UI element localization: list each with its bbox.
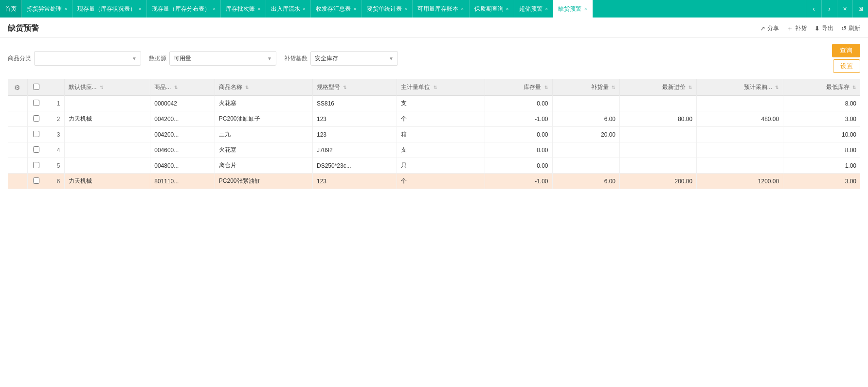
close-tab-order[interactable]: × bbox=[404, 6, 407, 12]
column-settings-icon[interactable]: ⚙ bbox=[14, 84, 20, 91]
col-product-name-header[interactable]: 商品名称 ⇅ bbox=[215, 79, 312, 96]
row-spec: 123 bbox=[312, 127, 397, 142]
row-checkbox[interactable] bbox=[33, 146, 39, 153]
nav-tab-summary[interactable]: 收发存汇总表 × bbox=[311, 0, 362, 18]
refresh-action[interactable]: ↺ 刷新 bbox=[841, 24, 860, 33]
supplier-sort-icon: ⇅ bbox=[100, 85, 104, 90]
table-row: 4 004600... 火花塞 J7092 支 0.00 8.00 bbox=[8, 142, 860, 158]
row-product-name: PC200油缸缸子 bbox=[215, 111, 312, 127]
data-table: ⚙ 默认供应... ⇅ 商品... ⇅ 商品名称 bbox=[8, 79, 860, 189]
row-supplier bbox=[64, 142, 150, 158]
page-content: 缺货预警 ↗ 分享 ＋ 补货 ⬇ 导出 ↺ 刷新 商品分类 bbox=[0, 18, 868, 387]
replenish-base-select[interactable]: 安全库存 ▼ bbox=[310, 51, 398, 66]
row-checkbox[interactable] bbox=[33, 162, 39, 168]
col-spec-header[interactable]: 规格型号 ⇅ bbox=[312, 79, 397, 96]
nav-tab-stock1[interactable]: 现存量（库存状况表） × bbox=[72, 0, 146, 18]
nav-tab-shortage[interactable]: 缺货预警 × bbox=[553, 0, 592, 18]
row-min-stock: 1.00 bbox=[783, 158, 860, 174]
replenish-sort-icon: ⇅ bbox=[612, 85, 615, 90]
close-tab-stock1[interactable]: × bbox=[138, 6, 141, 12]
row-checkbox[interactable] bbox=[33, 115, 39, 122]
row-replenish bbox=[552, 96, 619, 111]
col-stock-header[interactable]: 库存量 ⇅ bbox=[485, 79, 552, 96]
row-product-code: 004800... bbox=[150, 158, 215, 174]
nav-tab-exception[interactable]: 拣货异常处理 × bbox=[22, 0, 72, 18]
close-tab-shortage[interactable]: × bbox=[584, 6, 587, 12]
select-all-checkbox[interactable] bbox=[33, 84, 39, 90]
row-stock: 0.00 bbox=[485, 158, 552, 174]
close-tab-flow[interactable]: × bbox=[303, 6, 306, 12]
row-stock: -1.00 bbox=[485, 174, 552, 189]
share-action[interactable]: ↗ 分享 bbox=[760, 24, 779, 33]
close-tab-exception[interactable]: × bbox=[64, 6, 67, 12]
nav-tab-batch[interactable]: 库存批次账 × bbox=[221, 0, 266, 18]
nav-tab-overstock[interactable]: 超储预警 × bbox=[514, 0, 553, 18]
row-settings-cell bbox=[8, 142, 27, 158]
row-estimated-purchase: 1200.00 bbox=[697, 174, 783, 189]
unit-sort-icon: ⇅ bbox=[434, 85, 437, 90]
table-body: 1 0000042 火花塞 SS816 支 0.00 8.00 2 力天机械 0… bbox=[8, 96, 860, 189]
row-num: 3 bbox=[45, 127, 64, 142]
row-estimated-purchase bbox=[697, 96, 783, 111]
row-checkbox-cell bbox=[27, 96, 45, 111]
row-product-code: 801110... bbox=[150, 174, 215, 189]
latest-price-sort-icon: ⇅ bbox=[688, 85, 692, 90]
row-settings-cell bbox=[8, 96, 27, 111]
nav-close-all-button[interactable]: ⊠ bbox=[852, 0, 868, 18]
datasource-select[interactable]: 可用量 ▼ bbox=[169, 51, 276, 66]
col-estimated-header[interactable]: 预计采购... ⇅ bbox=[697, 79, 783, 96]
row-checkbox[interactable] bbox=[33, 131, 39, 137]
row-latest-price bbox=[619, 142, 696, 158]
nav-next-button[interactable]: › bbox=[821, 0, 837, 18]
row-settings-cell bbox=[8, 127, 27, 142]
col-product-code-header[interactable]: 商品... ⇅ bbox=[150, 79, 215, 96]
replenish-base-filter-label: 补货基数 bbox=[284, 54, 307, 63]
close-tab-expiry[interactable]: × bbox=[506, 6, 509, 12]
table-header-row: ⚙ 默认供应... ⇅ 商品... ⇅ 商品名称 bbox=[8, 79, 860, 96]
col-unit-header[interactable]: 主计量单位 ⇅ bbox=[397, 79, 485, 96]
row-num: 4 bbox=[45, 142, 64, 158]
nav-prev-button[interactable]: ‹ bbox=[806, 0, 821, 18]
close-tab-overstock[interactable]: × bbox=[545, 6, 548, 12]
col-min-stock-header[interactable]: 最低库存 ⇅ bbox=[783, 79, 860, 96]
nav-tab-flow[interactable]: 出入库流水 × bbox=[266, 0, 311, 18]
close-tab-summary[interactable]: × bbox=[353, 6, 356, 12]
category-select[interactable]: ▼ bbox=[34, 51, 141, 66]
col-num-header bbox=[45, 79, 64, 96]
row-latest-price bbox=[619, 96, 696, 111]
nav-tab-home[interactable]: 首页 bbox=[0, 0, 22, 18]
nav-tab-expiry[interactable]: 保质期查询 × bbox=[470, 0, 514, 18]
row-product-name: 火花塞 bbox=[215, 96, 312, 111]
row-min-stock: 3.00 bbox=[783, 174, 860, 189]
table-row: 2 力天机械 004200... PC200油缸缸子 123 个 -1.00 6… bbox=[8, 111, 860, 127]
row-estimated-purchase bbox=[697, 142, 783, 158]
row-replenish: 20.00 bbox=[552, 127, 619, 142]
close-tab-batch[interactable]: × bbox=[257, 6, 260, 12]
col-latest-price-header[interactable]: 最新进价 ⇅ bbox=[619, 79, 696, 96]
close-tab-available[interactable]: × bbox=[461, 6, 464, 12]
row-replenish: 6.00 bbox=[552, 111, 619, 127]
row-unit: 箱 bbox=[397, 127, 485, 142]
row-stock: 0.00 bbox=[485, 127, 552, 142]
row-checkbox-cell bbox=[27, 174, 45, 189]
row-num: 5 bbox=[45, 158, 64, 174]
row-checkbox[interactable] bbox=[33, 177, 39, 184]
product-code-sort-icon: ⇅ bbox=[174, 85, 178, 90]
replenish-action[interactable]: ＋ 补货 bbox=[787, 24, 807, 33]
replenish-icon: ＋ bbox=[787, 24, 793, 33]
col-replenish-header[interactable]: 补货量 ⇅ bbox=[552, 79, 619, 96]
row-checkbox[interactable] bbox=[33, 100, 39, 106]
export-action[interactable]: ⬇ 导出 bbox=[814, 24, 833, 33]
close-tab-stock2[interactable]: × bbox=[213, 6, 216, 12]
row-latest-price: 80.00 bbox=[619, 111, 696, 127]
nav-tab-stock2[interactable]: 现存量（库存分布表） × bbox=[147, 0, 221, 18]
col-supplier-header[interactable]: 默认供应... ⇅ bbox=[64, 79, 150, 96]
nav-close-current-button[interactable]: × bbox=[837, 0, 852, 18]
settings-button[interactable]: 设置 bbox=[833, 59, 860, 73]
nav-tab-order[interactable]: 要货单统计表 × bbox=[362, 0, 413, 18]
row-stock: -1.00 bbox=[485, 111, 552, 127]
export-icon: ⬇ bbox=[814, 25, 820, 32]
row-product-name: 火花塞 bbox=[215, 142, 312, 158]
query-button[interactable]: 查询 bbox=[832, 44, 860, 57]
nav-tab-available[interactable]: 可用量库存账本 × bbox=[413, 0, 469, 18]
